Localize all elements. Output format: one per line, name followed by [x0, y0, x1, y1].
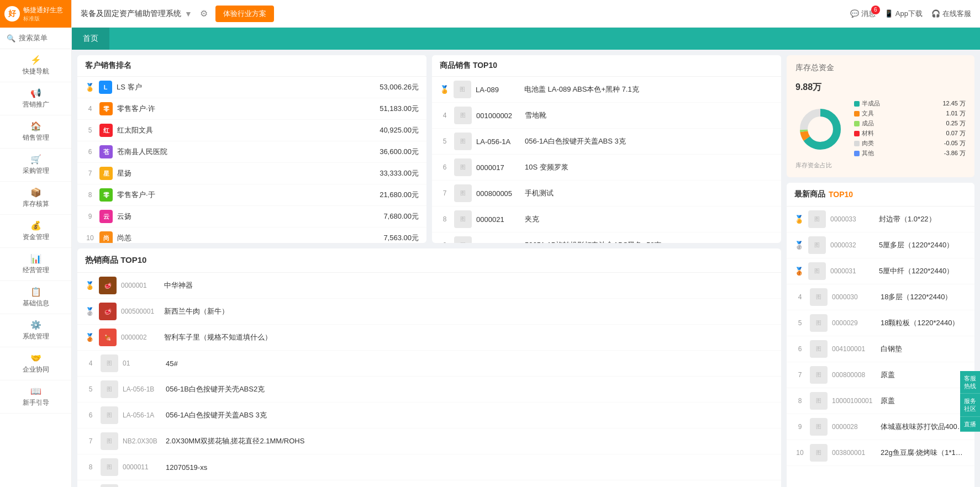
rank-number: 4: [794, 293, 805, 301]
product-info: LA-056-1A 056-1A白色按键开关盖ABS 3克: [123, 410, 773, 420]
product-thumbnail: 图: [101, 354, 118, 372]
table-row: 🏅 图 LA-089 电池盖 LA-089 ABS本色+黑种 7.1克: [432, 77, 781, 103]
newest-title: 最新商品: [794, 189, 825, 199]
rank-number: 8: [85, 463, 96, 471]
sidebar-item-inventory[interactable]: 📦 库存核算: [0, 182, 71, 215]
sidebar-item-sales[interactable]: 🏠 销售管理: [0, 115, 71, 149]
sidebar-item-operations[interactable]: 📊 经营管理: [0, 248, 71, 281]
top10-badge: TOP10: [829, 190, 853, 199]
legend-label-text: 材料: [862, 129, 874, 137]
rank-number: 5: [794, 319, 805, 327]
list-item: 5 图 0000029 18颗粒板（1220*2440）: [787, 310, 974, 336]
product-name: 12070519-xs: [166, 463, 207, 472]
newest-products-card: 最新商品 TOP10 🏅 图 0000033 封边带（1.0*22） 🥈 图 0…: [787, 183, 974, 487]
customer-amount: 7,680.00元: [383, 211, 419, 221]
chart-area: 半成品 12.45 万 文具 1.01 万: [795, 99, 966, 159]
table-row: 7 星 星扬 33,333.00元: [77, 163, 426, 184]
sidebar-item-basic-info[interactable]: 📋 基础信息: [0, 281, 71, 314]
product-info: 0000002 智利车子里（规格不知道填什么）: [121, 332, 773, 342]
trial-button[interactable]: 体验行业方案: [215, 6, 274, 22]
rank-number: 10: [794, 449, 805, 457]
medal-icon: 🏅: [440, 85, 449, 94]
rank-number: 7: [794, 371, 805, 379]
product-code: 004100001: [832, 345, 876, 353]
live-stream-button[interactable]: 直播: [960, 417, 980, 432]
product-name: 5厘中纤（1220*2440）: [879, 266, 967, 276]
search-menu-item[interactable]: 🔍 搜索菜单: [0, 28, 71, 49]
product-name: 056-1B白色按键开关壳ABS2克: [166, 384, 265, 394]
sidebar-item-label: 库存核算: [23, 199, 49, 209]
list-item: 🥉 图 0000031 5厘中纤（1220*2440）: [787, 258, 974, 284]
system-selector[interactable]: 装备及固定资产辅助管理系统 ▼: [81, 9, 192, 19]
system-name: 装备及固定资产辅助管理系统: [81, 9, 181, 19]
product-thumbnail: 图: [101, 380, 118, 398]
product-image: 图: [810, 340, 828, 358]
product-name: 18多层（1220*2440）: [881, 292, 967, 302]
rank-number: 9: [440, 241, 450, 243]
product-code: 0000033: [830, 215, 874, 223]
legend-value: -0.05 万: [944, 139, 966, 147]
product-code: 000500001: [121, 308, 160, 315]
product-thumbnail: 图: [101, 432, 118, 450]
product-image: 图: [808, 236, 826, 254]
table-row: 9 云 云扬 7,680.00元: [77, 206, 426, 227]
product-info: NB2.0X30B 2.0X30MM双搓花轴,搓花直径2.1MM/ROHS: [123, 436, 773, 446]
finance-icon: 💰: [30, 220, 41, 231]
customer-service-button[interactable]: 客服 热线: [960, 371, 980, 394]
rank-number: 5: [440, 137, 450, 145]
stock-card: 库存总资金 9.88万: [787, 55, 974, 177]
table-row: 5 图 LA-056-1A 056-1A白色按键开关盖ABS 3克: [432, 129, 781, 155]
online-service-button[interactable]: 🎧 在线客服: [931, 9, 971, 19]
legend-item: 其他 -3.86 万: [854, 149, 966, 157]
sidebar-item-marketing[interactable]: 📢 营销推广: [0, 82, 71, 115]
avatar: L: [99, 81, 112, 94]
hot-products-title: 热销商品 TOP10: [85, 255, 146, 264]
customer-amount: 53,006.26元: [380, 82, 419, 92]
table-row: 4 图 001000002 雪地靴: [432, 103, 781, 129]
legend-item: 半成品 12.45 万: [854, 99, 966, 108]
sidebar-item-finance[interactable]: 💰 资金管理: [0, 215, 71, 248]
sidebar-item-purchase[interactable]: 🛒 采购管理: [0, 149, 71, 182]
product-image: 图: [454, 184, 472, 202]
sidebar-item-system[interactable]: ⚙️ 系统管理: [0, 314, 71, 347]
table-row: 6 苍 苍南县人民医院 36,600.00元: [77, 141, 426, 163]
logo-title: 畅捷通好生意: [23, 6, 63, 15]
service-community-button[interactable]: 服务 社区: [960, 394, 980, 417]
notification-button[interactable]: 💬 消息 6: [850, 9, 876, 19]
medal-icon: 🥈: [794, 241, 804, 250]
tab-home[interactable]: 首页: [72, 28, 109, 50]
customer-name: 星扬: [117, 168, 375, 178]
rank-number: 4: [85, 359, 96, 367]
product-image: 图: [810, 366, 828, 384]
legend-item: 成品 0.25 万: [854, 119, 966, 128]
sidebar-item-guide[interactable]: 📖 新手引导: [0, 380, 71, 414]
sidebar-item-label: 资金管理: [23, 232, 49, 242]
product-code: 0000001: [121, 282, 160, 289]
avatar: 尚: [99, 231, 113, 243]
stock-subtitle: 库存资金占比: [795, 161, 966, 170]
sidebar-item-quick-nav[interactable]: ⚡ 快捷导航: [0, 49, 71, 82]
sidebar-item-cooperation[interactable]: 🤝 企业协同: [0, 347, 71, 380]
sidebar-item-label: 新手引导: [23, 398, 49, 407]
product-name: 22g鱼豆腐·烧烤味（1*12*20）: [881, 448, 967, 458]
hot-products-card: 热销商品 TOP10 🏅 🥩 0000001 中华神器: [77, 248, 781, 487]
main-content: 装备及固定资产辅助管理系统 ▼ ⚙ 体验行业方案 💬 消息 6 📱 App下载 …: [72, 0, 980, 487]
sidebar-item-label: 基础信息: [23, 299, 49, 308]
list-item: 6 图 LA-056-1A 056-1A白色按键开关盖ABS 3克: [77, 403, 781, 428]
hot-products-list: 🏅 🥩 0000001 中华神器 🥈 🥩: [77, 273, 781, 487]
list-item: 6 图 004100001 白钢垫: [787, 336, 974, 362]
product-name: 智利车子里（规格不知道填什么）: [164, 332, 272, 342]
rank-number: 7: [85, 437, 96, 445]
product-name: 18颗粒板（1220*2440）: [881, 318, 967, 328]
search-menu-label: 搜索菜单: [19, 33, 48, 43]
customer-name: 零售客户·于: [117, 190, 375, 200]
product-image: 图: [454, 81, 471, 98]
table-row: 10 尚 尚恙 7,563.00元: [77, 227, 426, 243]
rank-number: 9: [85, 213, 95, 220]
legend-item: 材料 0.07 万: [854, 129, 966, 137]
customer-name: 零售客户·许: [117, 104, 375, 114]
settings-icon[interactable]: ⚙: [200, 8, 208, 19]
app-download-button[interactable]: 📱 App下载: [884, 9, 923, 19]
legend-label-text: 文具: [862, 109, 874, 118]
product-name: 59651-1B旋转投影灯电池盒ABS黑色+58克: [525, 240, 773, 243]
